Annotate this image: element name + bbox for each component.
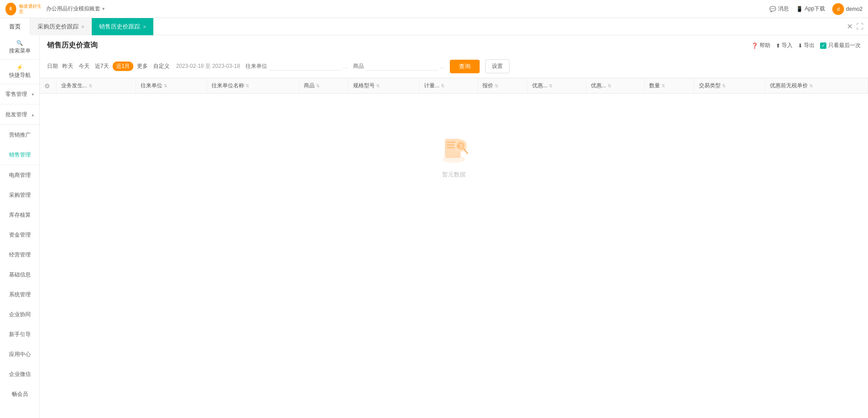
sort-icon: ⇅ [245, 83, 249, 88]
sidebar-item-business[interactable]: 经营管理 [0, 245, 39, 265]
page-header: 销售历史价查询 ❓ 帮助 ⬆ 导入 ⬇ 导出 [40, 35, 868, 55]
logo-icon: 6 [5, 3, 16, 15]
help-icon: ❓ [751, 43, 758, 49]
app-download-btn[interactable]: 📱 App下载 [796, 5, 825, 13]
tab-sales-history[interactable]: 销售历史价跟踪 × [92, 18, 153, 35]
sidebar-item-retail[interactable]: 零售管理 ▾ [0, 84, 39, 104]
close-all-tabs-icon[interactable]: ✕ [847, 22, 853, 31]
col-partner-name[interactable]: 往来单位名称 ⇅ [207, 78, 299, 94]
workspace-selector[interactable]: 办公用品行业模拟账套 ▾ [46, 5, 765, 13]
sidebar-item-newbie-guide[interactable]: 新手引导 [0, 324, 39, 344]
sidebar-section-search: 🔍 搜索菜单 [0, 35, 39, 60]
date-btn-today[interactable]: 今天 [77, 62, 91, 71]
sidebar-item-base-info[interactable]: 基础信息 [0, 265, 39, 285]
page-title-row: 销售历史价查询 ❓ 帮助 ⬆ 导入 ⬇ 导出 [47, 41, 861, 50]
sort-icon: ⇅ [608, 83, 611, 88]
content-area: 销售历史价查询 ❓ 帮助 ⬆ 导入 ⬇ 导出 [40, 35, 868, 418]
avatar: d [832, 3, 844, 15]
empty-text: 暂元数据 [442, 171, 466, 179]
logo-area: 6 畅捷通好生意 [5, 3, 42, 15]
partner-label: 往来单位 [245, 62, 267, 70]
sidebar-item-vip[interactable]: 畅会员 [0, 384, 39, 404]
tab-purchase-history[interactable]: 采购历史价跟踪 × [30, 18, 92, 35]
sidebar: 🔍 搜索菜单 ⚡ 快捷导航 零售管理 ▾ 批发管理 ▴ 营销推广 [0, 35, 40, 418]
logo-text: 畅捷通好生意 [19, 4, 42, 14]
sidebar-item-finance[interactable]: 资金管理 [0, 225, 39, 245]
top-right: 💬 消息 📱 App下载 d demo2 [769, 3, 863, 15]
col-price[interactable]: 报价 ⇅ [478, 78, 528, 94]
main-layout: 🔍 搜索菜单 ⚡ 快捷导航 零售管理 ▾ 批发管理 ▴ 营销推广 [0, 35, 868, 418]
empty-state: ? 暂元数据 [40, 94, 868, 215]
date-range-display: 2023-02-18 至 2023-03-18 [176, 62, 240, 70]
date-btn-more[interactable]: 更多 [135, 62, 150, 71]
only-last-checkbox[interactable]: 只看最后一次 [820, 42, 861, 49]
sidebar-item-app-center[interactable]: 应用中心 [0, 344, 39, 364]
sidebar-item-wholesale[interactable]: 批发管理 ▴ [0, 104, 39, 124]
sidebar-item-ecommerce[interactable]: 电商管理 [0, 165, 39, 185]
date-shortcuts: 昨天 今天 近7天 近1月 更多 自定义 [61, 62, 171, 71]
sort-icon: ⇅ [441, 83, 444, 88]
col-partner-code[interactable]: 往来单位 ⇅ [136, 78, 207, 94]
export-btn[interactable]: ⬇ 导出 [798, 42, 815, 49]
message-icon: 💬 [769, 6, 776, 12]
date-filter-group: 日期 昨天 今天 近7天 近1月 更多 自定义 2023-02-18 至 202… [47, 62, 240, 71]
chevron-down-icon: ▾ [102, 6, 105, 12]
close-sales-tab-icon[interactable]: × [143, 24, 146, 29]
col-settings: ⚙ [40, 78, 56, 94]
tab-home[interactable]: 首页 [0, 18, 30, 35]
phone-icon: 📱 [796, 6, 803, 12]
goods-input[interactable] [366, 62, 438, 71]
query-button[interactable]: 查询 [450, 60, 480, 73]
message-btn[interactable]: 💬 消息 [769, 5, 789, 13]
filter-row: 日期 昨天 今天 近7天 近1月 更多 自定义 2023-02-18 至 202… [40, 55, 868, 78]
col-pretax-price[interactable]: 优惠前无税单价 ⇅ [765, 78, 868, 94]
import-btn[interactable]: ⬆ 导入 [776, 42, 793, 49]
sidebar-item-inventory[interactable]: 库存核算 [0, 205, 39, 225]
sidebar-item-system[interactable]: 系统管理 [0, 285, 39, 304]
sidebar-section-marketing: 营销推广 销售管理 [0, 125, 39, 165]
column-settings-icon[interactable]: ⚙ [44, 82, 50, 90]
sidebar-item-wechat[interactable]: 企业微信 [0, 364, 39, 384]
col-qty[interactable]: 数量 ⇅ [645, 78, 694, 94]
table-container: ⚙ 业务发生... ⇅ 往来单位 ⇅ [40, 78, 868, 418]
date-btn-1month[interactable]: 近1月 [113, 62, 134, 71]
goods-search-icon[interactable]: ... [440, 63, 444, 70]
partner-search-icon[interactable]: ... [343, 63, 348, 70]
user-menu[interactable]: d demo2 [832, 3, 863, 15]
empty-illustration: ? [436, 130, 472, 166]
sidebar-item-marketing[interactable]: 营销推广 [0, 125, 39, 145]
svg-text:?: ? [458, 144, 460, 148]
col-discount1[interactable]: 优惠... ⇅ [528, 78, 586, 94]
date-btn-yesterday[interactable]: 昨天 [61, 62, 75, 71]
col-business-date[interactable]: 业务发生... ⇅ [56, 78, 136, 94]
close-purchase-tab-icon[interactable]: × [81, 24, 84, 29]
date-btn-custom[interactable]: 自定义 [151, 62, 171, 71]
sidebar-item-enterprise-collab[interactable]: 企业协同 [0, 304, 39, 324]
empty-state-row: ? 暂元数据 [40, 94, 868, 215]
partner-input[interactable] [269, 62, 341, 71]
help-btn[interactable]: ❓ 帮助 [751, 42, 770, 49]
col-unit[interactable]: 计量... ⇅ [420, 78, 478, 94]
sidebar-item-purchase[interactable]: 采购管理 [0, 185, 39, 205]
sidebar-section-shortcut: ⚡ 快捷导航 [0, 60, 39, 84]
date-btn-7days[interactable]: 近7天 [93, 62, 111, 71]
import-icon: ⬆ [776, 43, 780, 49]
sort-icon: ⇅ [316, 83, 320, 88]
col-trade-type[interactable]: 交易类型 ⇅ [694, 78, 765, 94]
sort-icon: ⇅ [164, 83, 167, 88]
maximize-icon[interactable]: ⛶ [856, 23, 863, 31]
col-spec[interactable]: 规格型号 ⇅ [349, 78, 420, 94]
table-header-row: ⚙ 业务发生... ⇅ 往来单位 ⇅ [40, 78, 868, 94]
col-goods[interactable]: 商品 ⇅ [299, 78, 349, 94]
goods-label: 商品 [353, 62, 364, 70]
col-discount2[interactable]: 优惠... ⇅ [586, 78, 644, 94]
sidebar-item-search[interactable]: 🔍 搜索菜单 [0, 35, 39, 59]
page-actions: ❓ 帮助 ⬆ 导入 ⬇ 导出 只看最后一次 [751, 42, 861, 49]
sort-icon: ⇅ [549, 83, 552, 88]
svg-rect-3 [447, 144, 456, 146]
goods-filter-field: 商品 ... [353, 62, 444, 71]
sidebar-item-shortcut[interactable]: ⚡ 快捷导航 [0, 60, 39, 84]
chevron-down-icon: ▾ [32, 92, 34, 97]
sidebar-item-sales[interactable]: 销售管理 [0, 145, 39, 165]
settings-button[interactable]: 设置 [485, 59, 509, 73]
